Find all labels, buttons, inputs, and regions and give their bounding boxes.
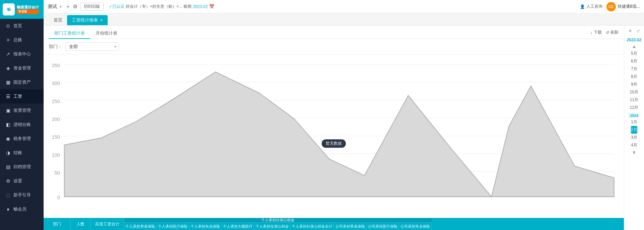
sidebar-label-home: 首页 [13, 23, 22, 29]
month-10月[interactable]: 10月 [630, 88, 638, 96]
ledger-icon: ≡ [5, 37, 11, 43]
app-logo: 畅 畅捷通好会计 专业版 [0, 0, 44, 19]
chart-svg: 350 300 250 200 150 100 50 0 [49, 58, 619, 218]
sidebar-item-vip[interactable]: ♦畅会员 [0, 202, 44, 216]
certified-tag: ✓已认证 [109, 4, 124, 9]
archive-icon: ▤ [5, 164, 11, 170]
period-label: 账期 [183, 4, 192, 9]
invoice-icon: ▣ [5, 108, 11, 113]
filter-bar: 部门： 全部 ▾ [44, 39, 624, 54]
sidebar-item-home[interactable]: ⊙首页 [0, 19, 44, 33]
tax-icon: ◉ [5, 136, 11, 141]
download-btn[interactable]: ↓ 下载 [590, 30, 602, 35]
month-9月[interactable]: 9月 [630, 81, 638, 88]
product-tags: 好会计（专）+好生意（标）+... [126, 4, 182, 9]
sidebar-item-sales[interactable]: ◧进销台账 [0, 118, 44, 132]
table-subcol-公司承担失业保险: 公司承担失业保险 [399, 223, 432, 230]
payroll-icon: ☰ [5, 94, 11, 99]
service-btn[interactable]: 👤 人工咨询 [580, 4, 602, 9]
content-area: 部门工资统计表 月份统计表 ↓ 下载 ↺ 刷新 [44, 26, 624, 230]
settings-button[interactable]: ⚙ [72, 3, 78, 10]
app-name: 畅捷通好会计 [17, 5, 39, 9]
table-subcol-个人承担医疗保险: 个人承担医疗保险 [157, 223, 189, 230]
svg-text:200: 200 [52, 117, 60, 122]
month-8月[interactable]: 8月 [630, 73, 638, 81]
sidebar-item-settings[interactable]: ⚙设置 [0, 174, 44, 188]
sidebar-label-assets: 固定资产 [13, 79, 31, 85]
topbar-actions: + ⚙ 切到旧版 [66, 3, 104, 10]
sidebar-item-invoice[interactable]: ▣发票管理 [0, 103, 44, 118]
subtab-monthly[interactable]: 月份统计表 [90, 28, 123, 39]
topbar: 测试 ▾ + ⚙ 切到旧版 ✓已认证 好会计（专）+好生意（标）+... 账期 … [44, 0, 644, 13]
close-panel-btn[interactable]: ✕ [627, 27, 634, 35]
svg-text:100: 100 [52, 152, 60, 158]
nav-down-btn[interactable]: ▼ [631, 149, 637, 156]
funds-icon: ◈ [5, 65, 11, 71]
svg-marker-16 [64, 72, 614, 197]
month-5月[interactable]: 5月 [630, 50, 638, 57]
user-profile[interactable]: CE 轻捷通B迅... [606, 2, 640, 11]
svg-text:350: 350 [52, 63, 60, 68]
tabbar: 首页 工资统计报表 ✕ [44, 13, 644, 26]
sales-icon: ◧ [5, 122, 11, 127]
add-button[interactable]: + [66, 3, 70, 10]
sidebar-item-tax[interactable]: ◉税务管理 [0, 132, 44, 146]
month-2024-2月[interactable]: 2月 [631, 126, 637, 134]
sidebar-item-archive[interactable]: ▤归档管理 [0, 160, 44, 174]
app-badge: 专业版 [17, 9, 39, 14]
current-period: 2023.02 [627, 37, 641, 43]
sidebar-label-archive: 归档管理 [13, 164, 31, 170]
dept-select-wrap: 全部 ▾ [65, 42, 119, 51]
nav-up-btn[interactable]: ▲ [631, 43, 637, 50]
user-name: 轻捷通B迅... [618, 4, 640, 9]
calendar-icon[interactable]: 📅 [209, 4, 214, 9]
month-2024-1月[interactable]: 1月 [631, 118, 637, 126]
period-value: 2023-02 [193, 4, 208, 9]
sidebar-item-payroll[interactable]: ☰工资 [0, 89, 44, 103]
switch-old-btn[interactable]: 切到旧版 [80, 3, 104, 10]
month-2024-3月[interactable]: 3月 [631, 134, 637, 141]
tab-payroll-stats[interactable]: 工资统计报表 ✕ [67, 15, 108, 25]
table-footer: 部门人数应发工资合计个人承担社保公积金个人承担养老保险个人承担医疗保险个人承担失… [44, 218, 624, 230]
user-avatar: CE [606, 2, 616, 11]
table-subcol-个人承担社保公积金合计: 个人承担社保公积金合计 [290, 223, 334, 230]
month-6月[interactable]: 6月 [630, 57, 638, 65]
sidebar-label-funds: 资金管理 [13, 65, 31, 71]
sidebar-item-reports[interactable]: ↗报表中心 [0, 47, 44, 61]
month-2024-4月[interactable]: 4月 [631, 141, 637, 149]
tab-home[interactable]: 首页 [49, 15, 67, 25]
table-col-group-shebao: 个人承担社保公积金个人承担养老保险个人承担医疗保险个人承担失业保险个人承担大额医… [124, 218, 432, 230]
dept-select[interactable]: 全部 [65, 42, 119, 51]
month-7月[interactable]: 7月 [630, 65, 638, 73]
reports-icon: ↗ [5, 51, 11, 57]
subtab-dept[interactable]: 部门工资统计表 [49, 28, 90, 39]
topbar-right: 👤 人工咨询 CE 轻捷通B迅... [580, 2, 640, 11]
svg-text:300: 300 [52, 81, 60, 86]
svg-text:0: 0 [57, 194, 60, 200]
main-content-row: 部门工资统计表 月份统计表 ↓ 下载 ↺ 刷新 [44, 26, 644, 230]
chart-tooltip: 暂无数据 [322, 139, 346, 148]
sidebar-label-checkout: 结账 [13, 150, 22, 156]
assets-icon: ▦ [5, 80, 11, 85]
svg-text:150: 150 [52, 134, 60, 140]
sidebar-label-invoice: 发票管理 [13, 107, 31, 113]
month-12月[interactable]: 12月 [630, 104, 638, 111]
right-panel-header: ✕ ⤢ [627, 27, 642, 35]
sidebar-label-vip: 畅会员 [13, 206, 26, 212]
month-11月[interactable]: 11月 [630, 96, 638, 104]
refresh-btn[interactable]: ↺ 刷新 [606, 30, 619, 35]
sidebar-item-funds[interactable]: ◈资金管理 [0, 61, 44, 75]
sidebar-item-ledger[interactable]: ≡总账 [0, 33, 44, 47]
topbar-arrow[interactable]: ▾ [60, 4, 62, 9]
table-subcol-公司承担养老保险: 公司承担养老保险 [334, 223, 367, 230]
logo-icon: 畅 [3, 3, 15, 15]
home-icon: ⊙ [5, 23, 11, 29]
sidebar-item-guide[interactable]: ◌新手引导 [0, 188, 44, 202]
topbar-tags: ✓已认证 好会计（专）+好生意（标）+... 账期 2023-02 📅 [109, 4, 214, 9]
sidebar-item-checkout[interactable]: ◑结账 [0, 146, 44, 160]
sidebar-label-settings: 设置 [13, 178, 22, 184]
expand-panel-btn[interactable]: ⤢ [635, 27, 642, 35]
sidebar-item-assets[interactable]: ▦固定资产 [0, 75, 44, 89]
topbar-title: 测试 [48, 4, 57, 10]
tab-close-icon[interactable]: ✕ [100, 18, 103, 22]
